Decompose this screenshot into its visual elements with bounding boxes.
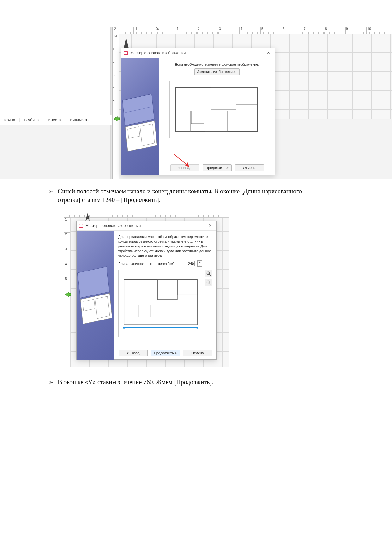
app-icon: [78, 223, 83, 228]
dialog-title: Мастер фонового изображения: [130, 51, 264, 55]
instruction-item-2: ➢ В окошке «Y» ставим значение 760. Жмем…: [49, 378, 311, 387]
bullet-marker-icon: ➢: [49, 378, 53, 387]
spinner-down-icon[interactable]: ▼: [198, 264, 202, 267]
prop-width: ирина: [0, 118, 20, 122]
svg-rect-4: [124, 52, 127, 54]
length-input[interactable]: [178, 261, 195, 266]
svg-rect-30: [124, 280, 197, 325]
svg-rect-15: [175, 111, 191, 132]
screenshot-1: -2 -1 0м 1 2 3 4 5 6 7 8 9 10 0м 1 2 3 4…: [0, 27, 392, 179]
wizard-dialog-scale: Мастер фонового изображения ✕ Для опреде…: [76, 221, 217, 360]
svg-rect-35: [151, 305, 172, 325]
wizard-side-banner: [121, 58, 159, 175]
screenshot-2: 1 2 3 4 5 Мастер фонового изображения ✕: [64, 212, 229, 367]
svg-rect-31: [158, 280, 178, 300]
zoom-out-button[interactable]: [205, 279, 212, 286]
prop-visibility: Видимость: [65, 118, 94, 122]
svg-rect-12: [211, 88, 236, 110]
wizard-side-banner: [77, 231, 114, 360]
back-arrow-icon[interactable]: [113, 116, 120, 122]
back-button[interactable]: < Назад: [119, 350, 148, 356]
dialog-message: Если необходимо, измените фоновое изобра…: [175, 63, 259, 66]
spinner-control[interactable]: ▲ ▼: [197, 260, 202, 267]
back-button: < Назад: [170, 164, 199, 171]
svg-line-40: [209, 274, 211, 276]
svg-point-38: [196, 327, 198, 329]
svg-line-44: [209, 283, 211, 284]
svg-rect-17: [205, 111, 227, 132]
zoom-in-button[interactable]: [205, 270, 212, 277]
svg-marker-22: [85, 213, 90, 221]
length-field-label: Длина нарисованного отрезка (см):: [118, 262, 175, 265]
svg-rect-34: [138, 305, 150, 317]
svg-rect-16: [191, 111, 204, 124]
svg-marker-2: [113, 116, 120, 121]
wizard-dialog-change-image: Мастер фонового изображения ✕ Если необх…: [121, 48, 275, 175]
app-icon: [123, 51, 128, 56]
svg-rect-32: [177, 280, 197, 295]
dialog-message: Для определения масштаба изображения пер…: [118, 234, 212, 258]
vertical-ruler: 0м 1 2 3 4 5: [112, 34, 119, 179]
prop-depth: Глубина: [20, 118, 43, 122]
spinner-up-icon[interactable]: ▲: [198, 261, 202, 264]
instruction-item-1: ➢ Синей полосой отмечаем начало и конец …: [49, 187, 311, 204]
instruction-text: В окошке «Y» ставим значение 760. Жмем […: [58, 378, 213, 387]
close-icon[interactable]: ✕: [205, 222, 214, 229]
cancel-button[interactable]: Отмена: [235, 164, 264, 171]
horizontal-ruler: -2 -1 0м 1 2 3 4 5 6 7 8 9 10: [112, 27, 392, 34]
cancel-button[interactable]: Отмена: [183, 350, 212, 356]
svg-rect-25: [79, 224, 83, 227]
svg-rect-26: [77, 267, 109, 298]
svg-rect-33: [124, 305, 138, 325]
change-image-button[interactable]: Изменить изображение...: [194, 68, 240, 75]
instruction-text: Синей полосой отмечаем начало и конец дл…: [58, 187, 311, 204]
next-button[interactable]: Продолжить >: [151, 350, 180, 356]
pane-separator[interactable]: [110, 27, 113, 179]
floorplan-preview[interactable]: [118, 270, 203, 337]
svg-point-37: [123, 327, 125, 329]
property-row: ирина Глубина Высота Видимость: [0, 115, 112, 125]
floorplan-preview: [169, 81, 265, 138]
bullet-marker-icon: ➢: [49, 187, 53, 204]
svg-rect-14: [236, 88, 258, 105]
svg-marker-23: [65, 292, 71, 297]
close-icon[interactable]: ✕: [264, 50, 273, 56]
back-arrow-icon[interactable]: [65, 291, 71, 298]
next-button[interactable]: Продолжить >: [203, 164, 232, 171]
prop-height: Высота: [43, 118, 65, 122]
dialog-title: Мастер фонового изображения: [85, 223, 205, 228]
